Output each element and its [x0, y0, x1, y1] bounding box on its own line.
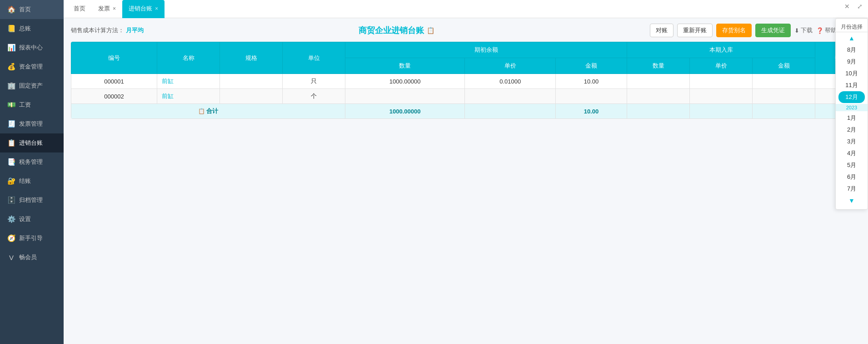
sidebar-item-report[interactable]: 📊报表中心: [0, 38, 64, 57]
cell-period-qty: [345, 89, 465, 104]
main-area: ✕ ⤢ 首页发票×进销台账× 销售成本计算方法： 月平均 商贸企业进销台账 📋 …: [64, 0, 868, 344]
col-inbound-qty: 数量: [627, 58, 690, 74]
tab-home-tab[interactable]: 首页: [67, 0, 92, 18]
cell-period-price: 0.01000: [465, 74, 556, 89]
tab-close-purchase-sale-tab[interactable]: ×: [155, 5, 158, 12]
tab-label-invoice-tab: 发票: [98, 5, 110, 13]
sidebar-item-ledger[interactable]: 📒总账: [0, 19, 64, 38]
sidebar-item-payroll[interactable]: 💵工资: [0, 95, 64, 114]
window-controls: ✕ ⤢: [843, 2, 864, 11]
sidebar-item-guide[interactable]: 🧭新手引导: [0, 229, 64, 248]
cell-inbound-qty: [627, 74, 690, 89]
sidebar-icon-tax: 📑: [7, 158, 15, 166]
month-nav-down-button[interactable]: ▼: [845, 196, 858, 205]
sidebar-label-ledger: 总账: [19, 25, 31, 33]
sidebar-label-purchase-sale: 进销台账: [19, 139, 43, 147]
year-label-2023: 2023: [836, 104, 868, 111]
month-item-2023-7月[interactable]: 7月: [836, 183, 868, 195]
month-panel-header: 月份选择: [836, 21, 868, 32]
sidebar-label-close: 结账: [19, 177, 31, 185]
cell-unit: 只: [283, 74, 345, 89]
sidebar-item-assets[interactable]: 🏢固定资产: [0, 76, 64, 95]
month-nav-down: ▼: [836, 195, 868, 206]
tab-label-purchase-sale-tab: 进销台账: [129, 5, 152, 13]
tab-invoice-tab[interactable]: 发票×: [92, 0, 122, 18]
month-item-2023-5月[interactable]: 5月: [836, 159, 868, 171]
sidebar-item-vip[interactable]: V畅会员: [0, 248, 64, 267]
sidebar-icon-funds: 💰: [7, 63, 15, 71]
data-table-wrapper: 编号 名称 规格 单位 期初余额 本期入库 数 数量 单价 金额 数量 单价: [71, 42, 861, 119]
check-button[interactable]: 对账: [650, 24, 673, 37]
month-item-2023-1月[interactable]: 1月: [836, 112, 868, 124]
sidebar-item-archive[interactable]: 🗄️归档管理: [0, 191, 64, 210]
total-period-price: [465, 104, 556, 119]
cost-method-label: 销售成本计算方法：: [71, 27, 124, 34]
month-item-2022-8月[interactable]: 8月: [836, 44, 868, 56]
cell-code: 000002: [71, 89, 157, 104]
cell-inbound-amount: [753, 89, 815, 104]
total-label: 📋 合计: [71, 104, 345, 119]
col-unit: 单位: [283, 42, 345, 74]
sidebar-item-close[interactable]: 🔐结账: [0, 172, 64, 191]
reopen-button[interactable]: 重新开账: [677, 24, 713, 37]
close-window-button[interactable]: ✕: [843, 2, 852, 11]
month-panel: 月份选择 ▲ 8月9月10月11月12月20231月2月3月4月5月6月7月 ▼: [835, 18, 868, 210]
col-period-balance: 期初余额: [345, 42, 627, 58]
maximize-window-button[interactable]: ⤢: [855, 2, 864, 11]
table-row: 000001 前缸 只 1000.00000 0.01000 10.00: [71, 74, 861, 89]
sidebar-item-home[interactable]: 🏠首页: [0, 0, 64, 19]
sidebar-icon-vip: V: [7, 254, 15, 261]
month-item-2022-11月[interactable]: 11月: [836, 79, 868, 91]
month-nav-up-button[interactable]: ▲: [845, 34, 858, 43]
sidebar-item-funds[interactable]: 💰资金管理: [0, 57, 64, 76]
sidebar-icon-close: 🔐: [7, 177, 15, 185]
month-list: 8月9月10月11月12月20231月2月3月4月5月6月7月: [836, 44, 868, 195]
page-title-area: 商贸企业进销台账 📋: [359, 25, 434, 36]
sidebar-label-funds: 资金管理: [19, 63, 43, 71]
toolbar: 对账 重新开账 存货别名 生成凭证 ⬇ 下载 ❓ 帮助 🔄 刷新: [650, 24, 861, 37]
month-item-2023-6月[interactable]: 6月: [836, 171, 868, 183]
month-item-2022-10月[interactable]: 10月: [836, 68, 868, 79]
cell-inbound-price: [690, 74, 753, 89]
tab-purchase-sale-tab[interactable]: 进销台账×: [122, 0, 165, 18]
month-item-2022-12月[interactable]: 12月: [838, 91, 865, 103]
tab-bar: 首页发票×进销台账×: [64, 0, 868, 18]
sidebar-label-report: 报表中心: [19, 44, 43, 52]
month-nav-up: ▲: [836, 32, 868, 44]
total-inbound-qty: [627, 104, 690, 119]
col-code: 编号: [71, 42, 157, 74]
cell-inbound-amount: [753, 74, 815, 89]
sidebar: 🏠首页📒总账📊报表中心💰资金管理🏢固定资产💵工资🧾发票管理📋进销台账📑税务管理🔐…: [0, 0, 64, 344]
sidebar-icon-report: 📊: [7, 44, 15, 52]
total-row: 📋 合计 1000.00000 10.00: [71, 104, 861, 119]
sidebar-icon-home: 🏠: [7, 5, 15, 14]
sidebar-label-assets: 固定资产: [19, 82, 43, 90]
sidebar-label-invoice-mgmt: 发票管理: [19, 120, 43, 128]
cell-period-price: [465, 89, 556, 104]
table-row: 000002 前缸 个: [71, 89, 861, 104]
sidebar-item-purchase-sale[interactable]: 📋进销台账: [0, 133, 64, 152]
tab-close-invoice-tab[interactable]: ×: [113, 5, 116, 12]
data-table: 编号 名称 规格 单位 期初余额 本期入库 数 数量 单价 金额 数量 单价: [71, 42, 861, 119]
month-item-2023-3月[interactable]: 3月: [836, 136, 868, 147]
col-period-price: 单价: [465, 58, 556, 74]
generate-voucher-button[interactable]: 生成凭证: [755, 24, 791, 37]
page-content: 销售成本计算方法： 月平均 商贸企业进销台账 📋 对账 重新开账 存货别名 生成…: [64, 18, 868, 344]
month-item-2023-2月[interactable]: 2月: [836, 124, 868, 136]
sidebar-icon-payroll: 💵: [7, 101, 15, 109]
help-button[interactable]: ❓ 帮助: [816, 26, 837, 34]
sidebar-label-vip: 畅会员: [19, 253, 37, 261]
sidebar-item-settings[interactable]: ⚙️设置: [0, 210, 64, 229]
sidebar-icon-assets: 🏢: [7, 82, 15, 90]
col-spec: 规格: [220, 42, 283, 74]
save-alias-button[interactable]: 存货别名: [716, 24, 752, 37]
sidebar-icon-purchase-sale: 📋: [7, 139, 15, 147]
sidebar-item-tax[interactable]: 📑税务管理: [0, 152, 64, 172]
sidebar-label-settings: 设置: [19, 215, 31, 223]
cell-inbound-price: [690, 89, 753, 104]
month-item-2022-9月[interactable]: 9月: [836, 56, 868, 68]
cost-method-value: 月平均: [126, 27, 144, 34]
download-button[interactable]: ⬇ 下载: [794, 26, 813, 34]
sidebar-item-invoice-mgmt[interactable]: 🧾发票管理: [0, 114, 64, 133]
month-item-2023-4月[interactable]: 4月: [836, 147, 868, 159]
